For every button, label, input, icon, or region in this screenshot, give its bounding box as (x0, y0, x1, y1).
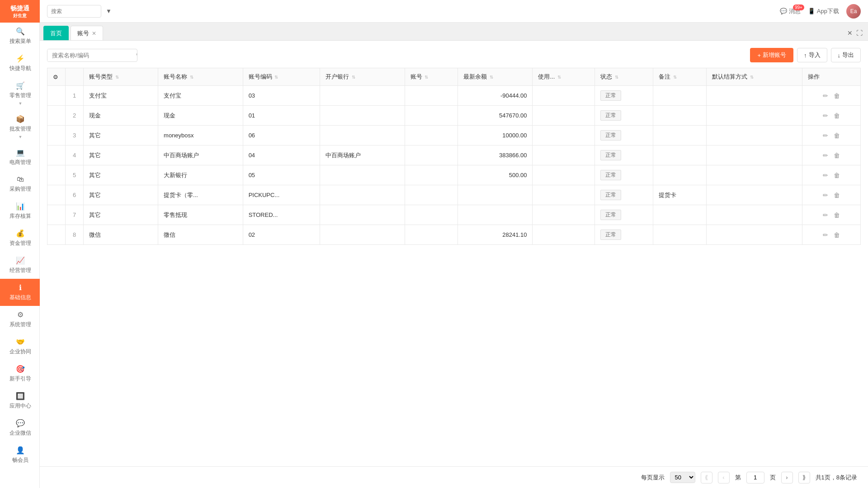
row-code: 01 (243, 106, 320, 126)
sidebar-item-app-center[interactable]: 🔲 应用中心 (0, 387, 40, 414)
sidebar-item-search[interactable]: 🔍 搜索菜单 (0, 23, 40, 50)
edit-icon[interactable]: ✏ (823, 172, 828, 179)
sidebar-item-ecommerce[interactable]: 💻 电商管理 (0, 144, 40, 171)
search-button[interactable]: 🔍 (132, 49, 137, 61)
th-remark[interactable]: 备注 ⇅ (653, 68, 707, 86)
th-type[interactable]: 账号类型 ⇅ (84, 68, 158, 86)
sort-icon: ⇅ (490, 75, 493, 80)
sort-icon: ⇅ (615, 75, 618, 80)
sidebar-item-finance[interactable]: 💰 资金管理 (0, 225, 40, 252)
delete-icon[interactable]: 🗑 (834, 231, 840, 239)
row-index: 6 (66, 185, 84, 205)
sidebar-item-member[interactable]: 👤 畅会员 (0, 441, 40, 469)
th-settings[interactable]: ⚙ (47, 68, 66, 86)
page-size-label: 每页显示 (641, 474, 665, 482)
sidebar-item-basic-info[interactable]: ℹ 基础信息 (0, 279, 40, 306)
top-dropdown[interactable]: ▼ (106, 8, 112, 14)
row-bank (320, 225, 405, 245)
th-code[interactable]: 账号编码 ⇅ (243, 68, 320, 86)
sidebar-item-guide[interactable]: 🎯 新手引导 (0, 360, 40, 387)
edit-icon[interactable]: ✏ (823, 192, 828, 199)
sidebar-item-operations[interactable]: 📈 经营管理 (0, 252, 40, 279)
table-row: 7 其它 零售抵现 STORED... 正常 ✏ 🗑 (47, 205, 861, 225)
operations-icon: 📈 (16, 256, 25, 265)
import-button[interactable]: ↑ 导入 (797, 48, 827, 62)
delete-icon[interactable]: 🗑 (834, 132, 840, 139)
sidebar-item-wholesale[interactable]: 📦 批发管理 ▼ (0, 110, 40, 144)
prev-page-button[interactable]: ‹ (718, 472, 730, 483)
edit-icon[interactable]: ✏ (823, 92, 828, 99)
sidebar-item-purchase[interactable]: 🛍 采购管理 (0, 171, 40, 197)
row-status: 正常 (594, 106, 653, 126)
row-bank (320, 126, 405, 145)
tab-home[interactable]: 首页 (43, 26, 69, 40)
row-actions: ✏ 🗑 (802, 106, 861, 126)
edit-icon[interactable]: ✏ (823, 231, 828, 239)
delete-icon[interactable]: 🗑 (834, 112, 840, 119)
search-input[interactable] (47, 49, 132, 61)
sidebar-item-retail[interactable]: 🛒 零售管理 ▼ (0, 77, 40, 110)
th-account-label: 账号 (410, 73, 422, 80)
sidebar-item-system[interactable]: ⚙ 系统管理 (0, 306, 40, 333)
next-page-button[interactable]: › (781, 472, 793, 483)
tab-close-icon[interactable]: ✕ (92, 30, 96, 37)
message-icon: 💬 (780, 8, 787, 14)
page-size-select[interactable]: 50 100 200 (670, 472, 695, 483)
row-usage (533, 185, 594, 205)
member-icon: 👤 (16, 446, 25, 455)
row-gear (47, 185, 66, 205)
delete-icon[interactable]: 🗑 (834, 92, 840, 99)
table-row: 6 其它 提货卡（零... PICKUPC... 正常 提货卡 ✏ 🗑 (47, 185, 861, 205)
sidebar-item-quick-nav[interactable]: ⚡ 快捷导航 (0, 50, 40, 77)
row-remark (653, 145, 707, 165)
page-input[interactable] (746, 472, 764, 483)
delete-icon[interactable]: 🗑 (834, 152, 840, 159)
row-actions: ✏ 🗑 (802, 126, 861, 145)
sort-icon: ⇅ (425, 75, 428, 80)
sidebar-item-wechat-work[interactable]: 💬 企业微信 (0, 414, 40, 441)
th-remark-label: 备注 (659, 73, 670, 80)
row-name: 零售抵现 (158, 205, 243, 225)
th-status[interactable]: 状态 ⇅ (594, 68, 653, 86)
export-button[interactable]: ↓ 导出 (831, 48, 861, 62)
delete-icon[interactable]: 🗑 (834, 192, 840, 199)
messages-button[interactable]: 💬 消息 99+ (780, 7, 801, 15)
chevron-down-icon: ▼ (19, 101, 23, 106)
user-avatar[interactable]: Ea (846, 4, 861, 19)
th-settlement[interactable]: 默认结算方式 ⇅ (706, 68, 802, 86)
edit-icon[interactable]: ✏ (823, 152, 828, 159)
app-download-button[interactable]: 📱 App下载 (808, 7, 839, 15)
th-usage[interactable]: 使用... ⇅ (533, 68, 594, 86)
add-icon: + (757, 52, 761, 59)
edit-icon[interactable]: ✏ (823, 211, 828, 219)
edit-icon[interactable]: ✏ (823, 132, 828, 139)
close-all-icon[interactable]: ✕ (847, 29, 853, 37)
app-center-icon: 🔲 (16, 392, 25, 400)
delete-icon[interactable]: 🗑 (834, 172, 840, 179)
first-page-button[interactable]: ⟪ (701, 472, 712, 483)
sidebar-item-inventory[interactable]: 📊 库存核算 (0, 197, 40, 225)
maximize-icon[interactable]: ⛶ (856, 29, 863, 37)
pagination: 每页显示 50 100 200 ⟪ ‹ 第 页 › ⟫ 共1页，8条记录 (40, 466, 868, 488)
th-bank[interactable]: 开户银行 ⇅ (320, 68, 405, 86)
th-account[interactable]: 账号 ⇅ (405, 68, 458, 86)
sidebar-item-enterprise[interactable]: 🤝 企业协同 (0, 333, 40, 360)
search-icon: 🔍 (16, 27, 25, 36)
th-balance[interactable]: 最新余额 ⇅ (458, 68, 533, 86)
edit-icon[interactable]: ✏ (823, 112, 828, 119)
th-balance-label: 最新余额 (463, 73, 487, 80)
row-gear (47, 225, 66, 245)
top-search-input[interactable] (47, 5, 101, 18)
add-account-button[interactable]: + 新增账号 (750, 48, 793, 62)
row-remark (653, 165, 707, 185)
tab-account[interactable]: 账号 ✕ (71, 26, 103, 40)
last-page-button[interactable]: ⟫ (798, 472, 810, 483)
sidebar-item-label: 经营管理 (9, 267, 31, 274)
app-name: 畅捷通 好生意 (10, 4, 29, 18)
row-index: 7 (66, 205, 84, 225)
finance-icon: 💰 (16, 229, 25, 238)
th-name[interactable]: 账号名称 ⇅ (158, 68, 243, 86)
row-gear (47, 205, 66, 225)
th-type-label: 账号类型 (89, 73, 113, 80)
delete-icon[interactable]: 🗑 (834, 211, 840, 219)
